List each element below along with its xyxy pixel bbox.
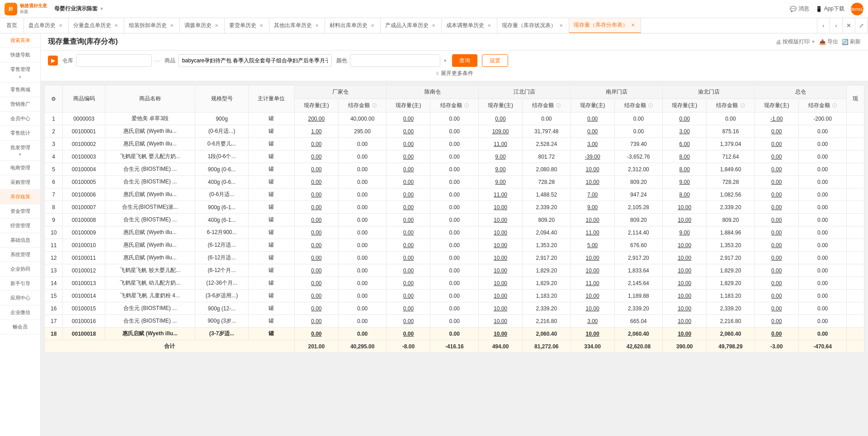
summary-row: 合计 201.00 40,295.00 -8.00 -416.16 494.00… [45,340,864,353]
th-jb-amt: 结存金额 ⓘ [522,99,571,113]
table-row: 200100001惠氏启赋 (Wyeth illu...(0-6月适...)罐1… [45,125,864,138]
product-input[interactable] [178,54,332,67]
table-row: 1100100010惠氏启赋 (Wyeth illu...(6-12月适...罐… [45,239,864,252]
summary-na-amt: 42,620.08 [614,340,663,353]
sidebar-search[interactable]: 搜索英单 [0,33,40,48]
org-selector[interactable]: 母婴行业演示陈套 ▼ [54,5,104,13]
data-table: ⚙ 商品编码 商品名称 规格型号 主计量单位 厂家仓 陈南仓 江北门店 南岸门店… [44,85,864,353]
sidebar-item-purchase[interactable]: 采购管理 [0,175,40,190]
summary-jb-qty: 494.00 [479,340,523,353]
tab-9[interactable]: 成本调整单历史 ✕ [442,18,497,33]
table-row: 1000100009惠氏启赋 (Wyeth illu...6-12月900...… [45,226,864,239]
top-bar: 好 畅捷通好生意 标题 母婴行业演示陈套 ▼ 💬 消息 📱 App下载 demo… [0,0,868,18]
tab-7[interactable]: 材料出库单历史 ✕ [325,18,381,33]
sidebar-item-retail-stats[interactable]: 零售统计 [0,126,40,141]
sidebar-item-inventory[interactable]: 库存核算 [0,190,40,204]
tab-8-close[interactable]: ✕ [430,23,437,29]
th-total-group: 总仓 [755,85,847,99]
tab-9-close[interactable]: ✕ [486,23,492,29]
table-row: 900100008合生元 (BIOSTIME) ...400g (6-1...罐… [45,214,864,226]
filter-toggle-btn[interactable]: ▶ [48,56,58,66]
warehouse-more-icon[interactable]: ··· [155,57,160,64]
app-sub: 标题 [20,9,47,15]
tab-6-close[interactable]: ✕ [314,23,320,29]
th-settings[interactable]: ⚙ [45,85,63,113]
tab-11-active[interactable]: 现存量（库存分布表） ✕ [569,18,641,33]
sidebar-item-system[interactable]: 系统管理 [0,248,40,262]
warehouse-input[interactable] [76,54,152,67]
app-download-btn[interactable]: 📱 App下载 [816,5,844,13]
message-btn[interactable]: 💬 消息 [790,5,809,13]
tab-nav-buttons: ‹ › ✕ ⤢ [817,18,868,33]
settings-btn[interactable]: 设置 [482,54,508,67]
sidebar-item-ecommerce[interactable]: 电商管理 [0,161,40,175]
tab-next-btn[interactable]: › [830,18,843,33]
chevron-down-icon: ▼ [18,152,22,157]
printer-icon: 🖨 [776,39,781,45]
table-row: 10000003爱他美 卓萃3段900g罐200.0040,000.000.00… [45,113,864,125]
tab-3-close[interactable]: ✕ [169,23,175,29]
export-btn[interactable]: 📤 导出 [819,38,838,46]
tab-3[interactable]: 组装拆卸单历史 ✕ [124,18,180,33]
sidebar-item-membership[interactable]: 畅会员 [0,320,40,334]
th-name: 商品名称 [105,85,195,113]
filter-expand-btn[interactable]: ⊻ 展开更多条件 [48,70,861,77]
sidebar-item-retail-mgmt[interactable]: 零售管理 ▲ [0,62,40,83]
table-row: 800100007合生元(BIOSTIME)派...900g (6-1...罐0… [45,201,864,214]
chevron-up-icon: ▲ [18,74,22,79]
tab-11-close[interactable]: ✕ [630,22,636,28]
th-tot-qty: 现存量(主) [755,99,798,113]
summary-tot-amt: -470.64 [798,340,847,353]
print-btn[interactable]: 🖨 按模版打印 ▼ [776,38,816,46]
sidebar-item-collab[interactable]: 企业协同 [0,262,40,277]
tab-2[interactable]: 分量盘点单历史 ✕ [69,18,124,33]
tab-close-all-btn[interactable]: ✕ [843,18,855,33]
sidebar-item-operations[interactable]: 经营管理 [0,219,40,233]
table-row: 1200100011惠氏启赋 (Wyeth illu...(6-12月适...罐… [45,252,864,264]
sidebar-item-marketing[interactable]: 营销推广 [0,97,40,112]
table-row: 500100004合生元 (BIOSTIME) ...900g (0-6...罐… [45,163,864,176]
sidebar-item-finance[interactable]: 资金管理 [0,204,40,219]
tab-10[interactable]: 现存量（库存状况表） ✕ [497,18,569,33]
tab-5[interactable]: 要货单历史 ✕ [225,18,269,33]
tab-home[interactable]: 首页 [0,18,24,33]
refresh-icon: 🔄 [842,39,849,45]
page-header: 现存量查询(库存分布) 🖨 按模版打印 ▼ 📤 导出 🔄 刷新 [41,33,868,51]
color-input[interactable] [350,54,440,67]
user-area[interactable]: demo2 [851,3,863,15]
tab-4-close[interactable]: ✕ [213,23,220,29]
sidebar-item-wechat[interactable]: 企业微信 [0,305,40,320]
query-btn[interactable]: 查询 [452,54,477,67]
tab-bar: 首页 盘点单历史 ✕ 分量盘点单历史 ✕ 组装拆卸单历史 ✕ 调拨单历史 ✕ 要… [0,18,868,33]
table-row: 300100002惠氏启赋 (Wyeth illu...0-6月婴儿...罐0.… [45,138,864,150]
th-unit: 主计量单位 [248,85,294,113]
gear-icon[interactable]: ⚙ [51,96,56,102]
tab-2-close[interactable]: ✕ [113,23,119,29]
avatar: demo2 [851,3,863,15]
sidebar-item-member[interactable]: 会员中心 [0,112,40,126]
tab-expand-btn[interactable]: ⤢ [855,18,868,33]
sidebar-item-retail-shop[interactable]: 零售商城 [0,83,40,97]
color-dropdown-icon[interactable]: ▼ [443,58,448,63]
tab-10-close[interactable]: ✕ [558,23,564,29]
refresh-btn[interactable]: 🔄 刷新 [842,38,861,46]
sidebar: 搜索英单 快捷导航 零售管理 ▲ 零售商城 营销推广 会员中心 零售统计 批发管… [0,33,41,436]
sidebar-item-basic-info[interactable]: 基础信息 [0,233,40,248]
logo-icon: 好 [5,3,17,15]
tab-1[interactable]: 盘点单历史 ✕ [24,18,69,33]
sidebar-item-wholesale[interactable]: 批发管理 ▼ [0,141,40,161]
th-current: 现 [847,85,864,113]
sidebar-item-apps[interactable]: 应用中心 [0,291,40,305]
export-icon: 📤 [819,39,826,45]
tab-prev-btn[interactable]: ‹ [817,18,830,33]
summary-yb-amt: 49,798.29 [707,340,755,353]
sidebar-shortcut[interactable]: 快捷导航 [0,48,40,62]
tab-7-close[interactable]: ✕ [369,23,376,29]
tab-6[interactable]: 其他出库单历史 ✕ [269,18,325,33]
tab-8[interactable]: 产成品入库单历史 ✕ [381,18,442,33]
tab-1-close[interactable]: ✕ [57,23,64,29]
summary-f-qty: 201.00 [294,340,338,353]
tab-4[interactable]: 调拨单历史 ✕ [180,18,225,33]
tab-5-close[interactable]: ✕ [258,23,264,29]
sidebar-item-guide[interactable]: 新手引导 [0,277,40,291]
